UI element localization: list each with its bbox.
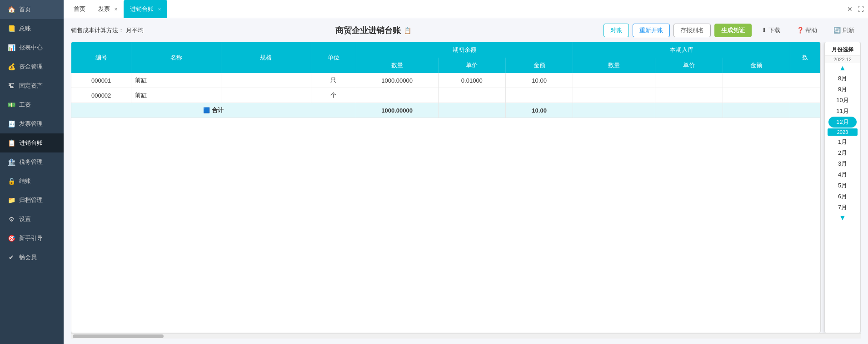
sidebar-item-label: 进销台账 bbox=[19, 139, 43, 147]
sidebar-item-label: 发票管理 bbox=[19, 120, 43, 128]
total-opening-qty: 1000.00000 bbox=[356, 103, 438, 118]
cost-method: 销售成本计算方法： 月平均 bbox=[71, 26, 144, 34]
horizontal-scrollbar[interactable] bbox=[71, 333, 861, 339]
inventory-table-wrapper: 编号 名称 规格 单位 期初余额 本期入库 数 数量 单价 金额 数 bbox=[71, 42, 821, 333]
sidebar-item-invoice-mgmt[interactable]: 🧾 发票管理 bbox=[0, 114, 64, 133]
col-header-code: 编号 bbox=[71, 42, 131, 73]
home-icon: 🏠 bbox=[7, 6, 15, 13]
sidebar: 🏠 首页 📒 总账 📊 报表中心 💰 资金管理 🏗 固定资产 💵 工资 🧾 发票… bbox=[0, 0, 64, 344]
sidebar-item-assets[interactable]: 🏗 固定资产 bbox=[0, 76, 64, 95]
tax-icon: 🏦 bbox=[7, 158, 15, 166]
reconcile-button[interactable]: 对账 bbox=[604, 24, 629, 37]
month-item-7[interactable]: 7月 bbox=[825, 202, 860, 213]
salary-icon: 💵 bbox=[7, 101, 15, 108]
year-2023-badge: 2023 bbox=[828, 128, 858, 136]
sidebar-item-guide[interactable]: 🎯 新手引导 bbox=[0, 229, 64, 248]
sidebar-item-settings[interactable]: ⚙ 设置 bbox=[0, 210, 64, 229]
cell-in-qty bbox=[573, 73, 655, 88]
tab-invoice[interactable]: 发票 × bbox=[92, 0, 124, 18]
total-opening-price bbox=[438, 103, 505, 118]
sidebar-item-label: 税务管理 bbox=[19, 158, 43, 166]
month-item-9[interactable]: 9月 bbox=[825, 84, 860, 95]
sidebar-item-label: 设置 bbox=[19, 215, 31, 223]
sidebar-item-tax[interactable]: 🏦 税务管理 bbox=[0, 152, 64, 172]
tab-bar: 首页 发票 × 进销台账 × ✕ ⛶ bbox=[64, 0, 868, 18]
cell-in-amount bbox=[723, 73, 790, 88]
reopen-button[interactable]: 重新开账 bbox=[633, 24, 670, 37]
page-content: 销售成本计算方法： 月平均 商贸企业进销台账 📋 对账 重新开账 存报别名 生成… bbox=[64, 18, 868, 344]
scrollbar-thumb[interactable] bbox=[73, 334, 164, 338]
window-controls: ✕ ⛶ bbox=[846, 5, 864, 13]
month-item-4[interactable]: 4月 bbox=[825, 169, 860, 180]
refresh-icon: 🔄 bbox=[833, 27, 841, 34]
total-icon: 🟦 bbox=[203, 107, 210, 113]
generate-voucher-button[interactable]: 生成凭证 bbox=[714, 24, 752, 37]
cell-opening-qty: 1000.00000 bbox=[356, 73, 438, 88]
inventory-icon: 📋 bbox=[7, 139, 15, 147]
month-item-12[interactable]: 12月 bbox=[828, 117, 857, 128]
sidebar-item-label: 工资 bbox=[19, 101, 31, 109]
month-scroll-up[interactable]: ▲ bbox=[825, 63, 860, 73]
col-header-in-price: 单价 bbox=[655, 58, 723, 73]
sidebar-item-closing[interactable]: 🔒 结账 bbox=[0, 172, 64, 191]
funds-icon: 💰 bbox=[7, 63, 15, 70]
download-button[interactable]: ⬇ 下载 bbox=[755, 24, 787, 37]
expand-window-button[interactable]: ⛶ bbox=[857, 5, 864, 13]
tab-inventory-close[interactable]: × bbox=[158, 6, 161, 12]
close-window-button[interactable]: ✕ bbox=[846, 5, 853, 13]
tab-inventory[interactable]: 进销台账 × bbox=[124, 0, 167, 18]
sidebar-item-salary[interactable]: 💵 工资 bbox=[0, 95, 64, 114]
reports-icon: 📊 bbox=[7, 44, 15, 51]
total-opening-amount: 10.00 bbox=[506, 103, 573, 118]
month-item-6[interactable]: 6月 bbox=[825, 191, 860, 202]
assets-icon: 🏗 bbox=[7, 82, 15, 89]
help-button[interactable]: ❓ 帮助 bbox=[790, 24, 824, 37]
page-title: 商贸企业进销台账 📋 bbox=[335, 25, 411, 36]
cell-spec bbox=[221, 88, 311, 103]
title-copy-icon[interactable]: 📋 bbox=[404, 27, 411, 34]
col-header-inbound: 本期入库 bbox=[573, 42, 790, 58]
cell-name: 前缸 bbox=[131, 73, 221, 88]
month-item-11[interactable]: 11月 bbox=[825, 106, 860, 117]
sidebar-item-inventory[interactable]: 📋 进销台账 bbox=[0, 133, 64, 152]
sidebar-item-ledger[interactable]: 📒 总账 bbox=[0, 19, 64, 38]
month-selector-panel: 月份选择 2022.12 ▲ 8月 9月 10月 11月 12月 2023 1月… bbox=[824, 42, 861, 333]
cell-extra bbox=[790, 88, 820, 103]
col-header-opening-amount: 金额 bbox=[506, 58, 573, 73]
sidebar-item-funds[interactable]: 💰 资金管理 bbox=[0, 57, 64, 76]
cell-in-qty bbox=[573, 88, 655, 103]
tab-invoice-close[interactable]: × bbox=[115, 6, 117, 12]
month-item-10[interactable]: 10月 bbox=[825, 95, 860, 106]
cell-opening-amount: 10.00 bbox=[506, 73, 573, 88]
month-item-8[interactable]: 8月 bbox=[825, 73, 860, 84]
refresh-button[interactable]: 🔄 刷新 bbox=[827, 24, 861, 37]
sidebar-item-home[interactable]: 🏠 首页 bbox=[0, 0, 64, 19]
month-item-3[interactable]: 3月 bbox=[825, 158, 860, 169]
sidebar-item-archive[interactable]: 📁 归档管理 bbox=[0, 191, 64, 210]
tab-home[interactable]: 首页 bbox=[67, 0, 92, 18]
col-header-opening-price: 单价 bbox=[438, 58, 505, 73]
total-in-price bbox=[655, 103, 723, 118]
sidebar-item-member[interactable]: ✔ 畅会员 bbox=[0, 248, 64, 267]
download-icon: ⬇ bbox=[762, 27, 767, 34]
member-icon: ✔ bbox=[7, 254, 15, 261]
sidebar-item-label: 固定资产 bbox=[19, 82, 43, 90]
total-in-qty bbox=[573, 103, 655, 118]
help-icon: ❓ bbox=[797, 27, 804, 34]
col-header-extra: 数 bbox=[790, 42, 820, 73]
month-panel-title: 月份选择 bbox=[825, 44, 860, 56]
cell-opening-amount bbox=[506, 88, 573, 103]
ledger-icon: 📒 bbox=[7, 25, 15, 32]
title-bar: 销售成本计算方法： 月平均 商贸企业进销台账 📋 对账 重新开账 存报别名 生成… bbox=[71, 24, 861, 37]
total-extra bbox=[790, 103, 820, 118]
sidebar-item-label: 报表中心 bbox=[19, 44, 43, 52]
month-scroll-down[interactable]: ▼ bbox=[825, 213, 860, 223]
cell-in-amount bbox=[723, 88, 790, 103]
save-alias-button[interactable]: 存报别名 bbox=[673, 24, 711, 37]
cell-in-price bbox=[655, 88, 723, 103]
month-item-2[interactable]: 2月 bbox=[825, 147, 860, 158]
settings-icon: ⚙ bbox=[7, 216, 15, 223]
sidebar-item-reports[interactable]: 📊 报表中心 bbox=[0, 38, 64, 57]
month-item-1[interactable]: 1月 bbox=[825, 137, 860, 147]
month-item-5[interactable]: 5月 bbox=[825, 180, 860, 191]
